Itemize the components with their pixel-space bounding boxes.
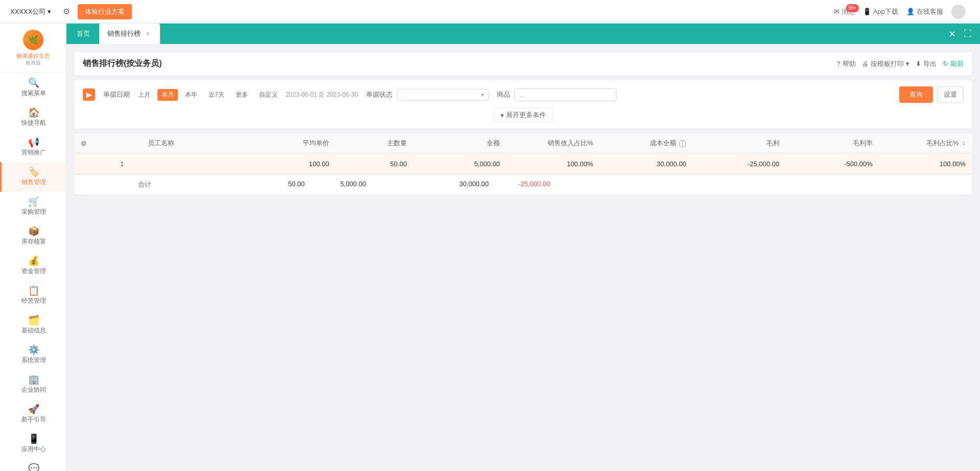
sidebar: 🌿 畅康通好生意 标准版 🔍 搜索菜单 🏠 快捷导航 📢 营销推广 🏷️ 销售管… — [0, 24, 66, 471]
sidebar-item-system[interactable]: ⚙️ 系统管理 — [0, 340, 66, 370]
status-label: 单据状态 — [366, 90, 393, 99]
date-btn-more[interactable]: 更多 — [232, 89, 252, 101]
main-layout: 🌿 畅康通好生意 标准版 🔍 搜索菜单 🏠 快捷导航 📢 营销推广 🏷️ 销售管… — [0, 0, 980, 471]
message-icon: ✉ — [834, 8, 839, 15]
cost-info-icon[interactable]: i — [679, 140, 686, 147]
template-print-label: 按模板打印 — [871, 59, 904, 69]
company-select[interactable]: XXXXX公司 ▾ — [6, 5, 55, 18]
sidebar-label-system: 系统管理 — [21, 356, 46, 365]
date-btn-this-month[interactable]: 本月 — [157, 89, 178, 101]
sidebar-label-basic: 基础信息 — [21, 326, 46, 335]
guide-icon: 🚀 — [28, 405, 39, 414]
col-cost: 成本全额 i — [599, 133, 692, 153]
app-download-button[interactable]: 📱 App下载 — [863, 7, 898, 16]
export-btn[interactable]: ⬇ 导出 — [916, 59, 937, 69]
row-gross-pct: 100.00% — [879, 153, 972, 174]
table-row: 1 100.00 50.00 5,000.00 100.00% 30,000.0… — [75, 153, 972, 174]
filter-settings-btn[interactable]: 设置 — [937, 86, 964, 103]
col-name: 员工名称 — [142, 133, 258, 153]
footer-sales-pct — [372, 180, 434, 189]
sidebar-item-marketing[interactable]: 📢 营销推广 — [0, 132, 66, 162]
tab-close-window-icon[interactable]: ✕ — [947, 27, 958, 41]
message-button[interactable]: ✉ 消息 99+ — [834, 7, 855, 16]
settings-icon[interactable]: ⚙ — [59, 5, 74, 19]
marketing-icon: 📢 — [28, 138, 39, 147]
help-icon: ? — [837, 60, 840, 68]
gross-pct-sort-icon[interactable]: ⇅ — [962, 141, 966, 146]
tab-home[interactable]: 首页 — [69, 24, 98, 44]
refresh-btn[interactable]: ↻ 刷新 — [943, 59, 964, 69]
trial-btn[interactable]: 体验行业方案 — [78, 4, 132, 19]
sidebar-item-finance[interactable]: 💰 资金管理 — [0, 251, 66, 281]
main-content: 首页 销售排行榜 × ✕ ⛶ 销售排行榜(按业务员) ? 帮助 — [66, 24, 980, 471]
company-name: XXXXX公司 — [10, 7, 45, 16]
tab-sales-ranking[interactable]: 销售排行榜 × — [99, 24, 160, 44]
filter-expand-btn[interactable]: ▶ — [83, 88, 95, 101]
sidebar-item-operation[interactable]: 📋 经营管理 — [0, 281, 66, 310]
sidebar-label-guide: 新手引导 — [21, 415, 46, 424]
col-settings[interactable]: ⚙ — [75, 133, 103, 153]
page-title: 销售排行榜(按业务员) — [83, 58, 162, 69]
sidebar-item-inventory[interactable]: 📦 库存核算 — [0, 221, 66, 251]
sidebar-item-wechat[interactable]: 💬 企业微信 — [0, 459, 66, 471]
col-gross-pct-label: 毛利占比% — [926, 139, 959, 147]
help-btn[interactable]: ? 帮助 — [837, 59, 856, 69]
date-filters: 上月 本月 本年 近7天 更多 自定义 — [134, 89, 282, 101]
sidebar-logo: 🌿 畅康通好生意 标准版 — [0, 24, 66, 73]
date-btn-last-month[interactable]: 上月 — [134, 89, 154, 101]
filter-row-2: ▾ 展开更多条件 — [83, 108, 964, 122]
sidebar-item-shortcut[interactable]: 🏠 快捷导航 — [0, 103, 66, 132]
row-gross-rate: -500.00% — [786, 153, 879, 174]
col-gross-pct: 毛利占比% ⇅ — [879, 133, 972, 153]
sidebar-item-sales[interactable]: 🏷️ 销售管理 — [0, 162, 66, 192]
sidebar-label-search: 搜索菜单 — [21, 89, 46, 98]
footer-amount: 5,000.00 — [311, 180, 372, 189]
sidebar-label-enterprise: 企业协同 — [21, 386, 46, 394]
expand-more-btn[interactable]: ▾ 展开更多条件 — [494, 108, 553, 122]
col-rank — [103, 133, 142, 153]
row-settings — [75, 153, 103, 174]
col-sales-pct-label: 销售收入占比% — [548, 139, 594, 147]
template-print-btn[interactable]: 🖨 按模板打印 ▾ — [862, 59, 909, 69]
tab-close-btn[interactable]: × — [144, 30, 152, 38]
sidebar-item-purchase[interactable]: 🛒 采购管理 — [0, 192, 66, 221]
avatar[interactable] — [951, 5, 966, 19]
home-icon: 🏠 — [28, 108, 39, 117]
sidebar-label-sales: 销售管理 — [21, 178, 46, 187]
query-btn[interactable]: 查询 — [899, 86, 933, 103]
footer-cost: 30,000.00 — [434, 180, 495, 189]
data-table: ⚙ 员工名称 平均单价 主数量 — [75, 133, 972, 174]
expand-label: 展开更多条件 — [506, 110, 546, 120]
tab-bar: 首页 销售排行榜 × ✕ ⛶ — [66, 24, 980, 44]
row-amount: 5,000.00 — [413, 153, 506, 174]
sidebar-item-search[interactable]: 🔍 搜索菜单 — [0, 73, 66, 103]
operation-icon: 📋 — [28, 286, 39, 295]
sidebar-label-operation: 经营管理 — [21, 297, 46, 305]
wechat-icon: 💬 — [28, 464, 39, 471]
col-qty: 主数量 — [335, 133, 413, 153]
footer-row: 合计 50.00 5,000.00 30,000.00 -25,000.00 — [81, 180, 966, 189]
status-select[interactable]: ▾ — [397, 89, 489, 101]
sidebar-item-basic[interactable]: 🗂️ 基础信息 — [0, 310, 66, 340]
date-btn-7days[interactable]: 近7天 — [204, 89, 229, 101]
logo-text: 畅康通好生意 — [16, 52, 50, 59]
col-amount: 全额 — [413, 133, 506, 153]
goods-input[interactable]: … — [514, 88, 617, 101]
export-icon: ⬇ — [916, 60, 921, 68]
col-name-label: 员工名称 — [148, 139, 174, 147]
date-btn-this-year[interactable]: 本年 — [181, 89, 201, 101]
refresh-label: 刷新 — [950, 59, 964, 69]
sidebar-item-enterprise[interactable]: 🏢 企业协同 — [0, 370, 66, 399]
sidebar-item-apps[interactable]: 📱 应用中心 — [0, 429, 66, 459]
online-service-button[interactable]: 👤 在线客服 — [906, 7, 943, 16]
col-gross-label: 毛利 — [766, 139, 780, 147]
help-label: 帮助 — [842, 59, 856, 69]
tab-fullscreen-icon[interactable]: ⛶ — [962, 27, 974, 40]
sidebar-item-guide[interactable]: 🚀 新手引导 — [0, 399, 66, 429]
tab-bar-right: ✕ ⛶ — [941, 27, 980, 41]
date-btn-custom[interactable]: 自定义 — [255, 89, 282, 101]
row-avg-price: 100.00 — [258, 153, 335, 174]
expand-icon: ▾ — [500, 111, 504, 119]
col-amount-label: 全额 — [487, 139, 500, 147]
row-name — [142, 153, 258, 174]
